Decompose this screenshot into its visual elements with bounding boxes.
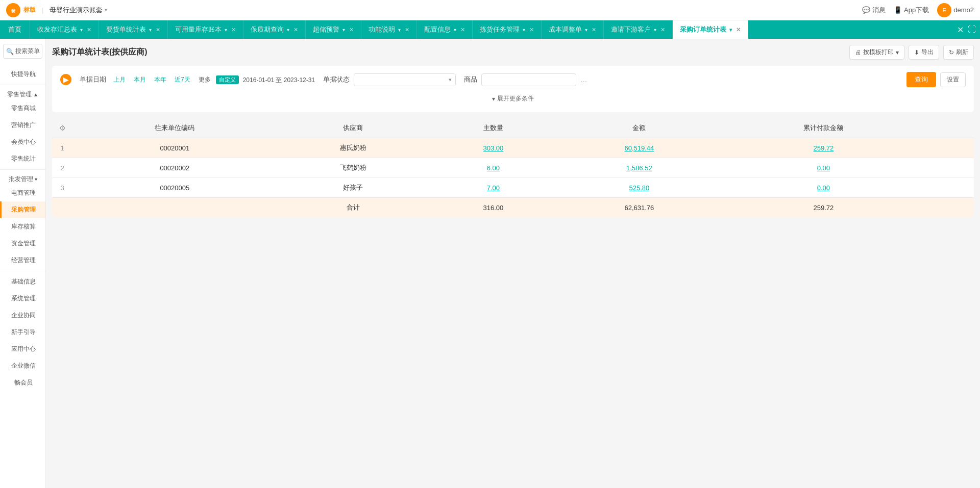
tab-expiry-close-icon[interactable]: ✕: [293, 27, 298, 33]
app-download-action[interactable]: 📱 App下载: [894, 6, 929, 15]
tabs-expand-icon[interactable]: ⛶: [968, 25, 976, 34]
sidebar-item-inventory-check[interactable]: 库存核算: [0, 218, 45, 235]
cell-code-2: 00020002: [72, 158, 277, 178]
filter-goods-more-icon[interactable]: …: [580, 76, 587, 84]
sidebar-item-member[interactable]: 会员中心: [0, 134, 45, 150]
tab-pick-task-close-icon[interactable]: ✕: [529, 27, 534, 33]
sidebar-divider-2: [0, 169, 45, 170]
cell-paid-2[interactable]: 0.00: [721, 158, 926, 178]
sidebar-item-operation[interactable]: 经营管理: [0, 252, 45, 269]
filter-shortcut-7days[interactable]: 近7天: [172, 74, 193, 85]
tab-goods-stat-arrow-icon: ▾: [149, 27, 152, 33]
table-row: 1 00020001 惠氏奶粉 303.00 60,519.44 259.72: [52, 138, 974, 158]
tab-funcinfo[interactable]: 功能说明 ▾ ✕: [361, 20, 417, 39]
tab-goods-stat-close-icon[interactable]: ✕: [156, 27, 160, 33]
filter-expand-button[interactable]: ▾ 展开更多条件: [492, 91, 534, 106]
message-action[interactable]: 💬 消息: [862, 6, 886, 15]
sidebar-item-retail-mall[interactable]: 零售商城: [0, 100, 45, 117]
tab-pick-task[interactable]: 拣货任务管理 ▾ ✕: [473, 20, 542, 39]
sidebar-item-newbie[interactable]: 新手引导: [0, 324, 45, 341]
sidebar-item-wholesale[interactable]: 批发管理 ▾: [0, 172, 45, 185]
cell-seq-3: 3: [52, 178, 72, 198]
tab-invite-arrow-icon: ▾: [654, 27, 656, 33]
sidebar-finance-label: 资金管理: [11, 240, 36, 247]
cell-paid-3[interactable]: 0.00: [721, 178, 926, 198]
tab-invite-close-icon[interactable]: ✕: [660, 27, 665, 33]
tab-config-close-icon[interactable]: ✕: [460, 27, 465, 33]
query-button[interactable]: 查询: [906, 72, 936, 87]
sidebar-item-vip[interactable]: 畅会员: [0, 374, 45, 391]
tab-receive-close-icon[interactable]: ✕: [87, 27, 91, 33]
cell-qty-2[interactable]: 6.00: [429, 158, 557, 178]
filter-custom-badge[interactable]: 自定义: [216, 75, 239, 84]
filter-date-shortcuts: 上月 本月 本年 近7天 更多 自定义: [110, 74, 239, 85]
tab-receive[interactable]: 收发存汇总表 ▾ ✕: [30, 20, 99, 39]
cell-extra-3: [926, 178, 974, 198]
filter-status-select[interactable]: [354, 73, 456, 86]
tab-cost-adj-arrow-icon: ▾: [585, 27, 587, 33]
sidebar-item-enterprise-wx[interactable]: 企业微信: [0, 357, 45, 374]
print-button[interactable]: 🖨 按模板打印 ▾: [849, 45, 904, 60]
cell-qty-3[interactable]: 7.00: [429, 178, 557, 198]
sidebar-nav: 快捷导航 零售管理 ▲ 零售商城 营销推广 会员中心 零售统计 批发管理 ▾: [0, 64, 45, 393]
sidebar-item-enterprise[interactable]: 企业协同: [0, 307, 45, 324]
sidebar-item-finance[interactable]: 资金管理: [0, 235, 45, 252]
search-menu-button[interactable]: 🔍 搜索菜单: [3, 44, 42, 59]
sidebar-retail-arrow-icon: ▲: [33, 92, 38, 97]
cell-amount-3[interactable]: 525.80: [557, 178, 721, 198]
refresh-button[interactable]: ↻ 刷新: [943, 45, 974, 60]
filter-goods-input[interactable]: [481, 73, 576, 86]
tab-home[interactable]: 首页: [0, 20, 30, 39]
tab-funcinfo-close-icon[interactable]: ✕: [405, 27, 409, 33]
sidebar-item-marketing[interactable]: 营销推广: [0, 117, 45, 134]
tab-overstock[interactable]: 超储预警 ▾ ✕: [306, 20, 361, 39]
tab-cost-adj[interactable]: 成本调整单 ▾ ✕: [542, 20, 604, 39]
sidebar-item-retail-stat[interactable]: 零售统计: [0, 150, 45, 167]
tab-goods-stat[interactable]: 要货单统计表 ▾ ✕: [99, 20, 168, 39]
tab-inventory-close-icon[interactable]: ✕: [231, 27, 236, 33]
cell-paid-1[interactable]: 259.72: [721, 138, 926, 158]
tab-invite[interactable]: 邀请下游客户 ▾ ✕: [604, 20, 673, 39]
cell-code-1: 00020001: [72, 138, 277, 158]
sidebar-item-app-center[interactable]: 应用中心: [0, 341, 45, 357]
workspace-selector[interactable]: 母婴行业演示账套 ▾: [50, 6, 107, 15]
cell-amount-2[interactable]: 1,586.52: [557, 158, 721, 178]
export-button[interactable]: ⬇ 导出: [909, 45, 939, 60]
tab-purchase-stat[interactable]: 采购订单统计表 ▾ ✕: [673, 20, 748, 39]
filter-shortcut-last-month[interactable]: 上月: [110, 74, 129, 85]
tabs-close-all-icon[interactable]: ✕: [957, 25, 964, 35]
col-settings-icon[interactable]: ⚙: [59, 124, 66, 132]
filter-date-range: 2016-01-01 至 2023-12-31: [243, 76, 315, 85]
sidebar-item-basic[interactable]: 基础信息: [0, 273, 45, 290]
tab-config[interactable]: 配置信息 ▾ ✕: [417, 20, 473, 39]
filter-shortcut-more[interactable]: 更多: [195, 74, 214, 85]
sidebar-item-ecommerce[interactable]: 电商管理: [0, 185, 45, 201]
sidebar-item-shortcut[interactable]: 快捷导航: [0, 66, 45, 83]
sidebar-search-area: 🔍 搜索菜单: [0, 39, 45, 64]
workspace-arrow-icon: ▾: [105, 7, 107, 13]
user-info[interactable]: E demo2: [937, 3, 974, 17]
settings-button[interactable]: 设置: [940, 72, 966, 87]
tab-cost-adj-close-icon[interactable]: ✕: [592, 27, 596, 33]
tab-expiry[interactable]: 保质期查询 ▾ ✕: [243, 20, 306, 39]
cell-extra-1: [926, 138, 974, 158]
sidebar-item-shortcut-label: 快捷导航: [11, 70, 36, 78]
print-arrow-icon: ▾: [896, 49, 899, 56]
logo-text: 标版: [23, 6, 36, 14]
filter-shortcut-this-year[interactable]: 本年: [151, 74, 169, 85]
col-paid: 累计付款金额: [721, 118, 926, 138]
tab-inventory[interactable]: 可用量库存账本 ▾ ✕: [168, 20, 243, 39]
tab-overstock-close-icon[interactable]: ✕: [349, 27, 354, 33]
cell-amount-1[interactable]: 60,519.44: [557, 138, 721, 158]
filter-toggle-button[interactable]: ▶: [60, 74, 71, 85]
tab-purchase-stat-close-icon[interactable]: ✕: [736, 27, 741, 33]
cell-qty-1[interactable]: 303.00: [429, 138, 557, 158]
search-icon: 🔍: [6, 48, 14, 55]
sidebar-item-retail[interactable]: 零售管理 ▲: [0, 87, 45, 100]
filter-shortcut-this-month[interactable]: 本月: [131, 74, 149, 85]
sidebar-item-purchase[interactable]: 采购管理: [0, 201, 45, 218]
tab-cost-adj-label: 成本调整单: [549, 25, 582, 34]
sidebar-item-system[interactable]: 系统管理: [0, 290, 45, 307]
col-amount: 金额: [557, 118, 721, 138]
footer-label: 合计: [277, 198, 430, 218]
